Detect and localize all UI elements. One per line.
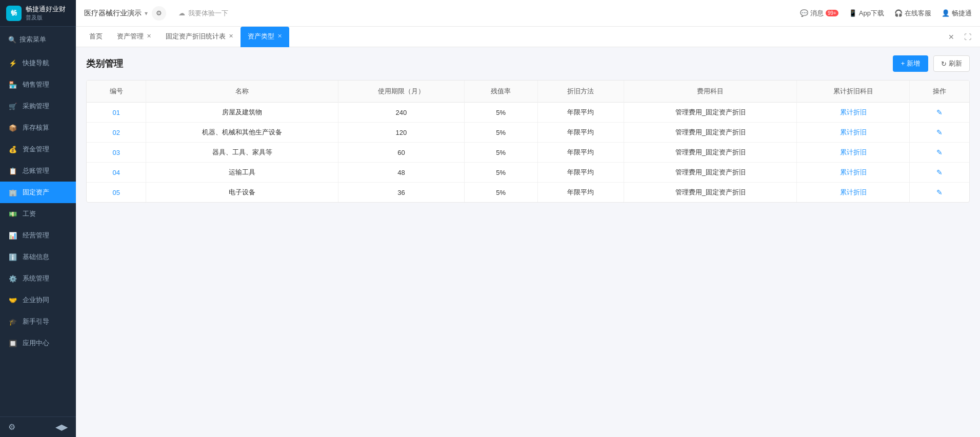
cell-action[interactable]: ✎ xyxy=(910,143,969,163)
refresh-icon: ↻ xyxy=(941,60,947,68)
col-header-action: 操作 xyxy=(910,81,969,103)
topbar-left: 医疗器械行业演示 ▾ ⚙ ☁ 我要体验一下 xyxy=(84,6,800,21)
app-download-button[interactable]: 📱 App下载 xyxy=(849,9,884,18)
col-header-residual: 残值率 xyxy=(464,81,537,103)
tab-asset-type[interactable]: 资产类型 ✕ xyxy=(241,27,289,47)
message-icon: 💬 xyxy=(800,9,808,17)
cell-action[interactable]: ✎ xyxy=(910,183,969,203)
sidebar-item-sales[interactable]: 🏪 销售管理 xyxy=(0,74,76,95)
cell-expense-subject: 管理费用_固定资产折旧 xyxy=(624,143,797,163)
cell-name: 运输工具 xyxy=(146,163,338,183)
table-header-row: 编号 名称 使用期限（月） 残值率 折旧方法 费用科目 累计折旧科目 操作 xyxy=(87,81,969,103)
cell-id: 04 xyxy=(87,163,146,183)
sidebar-item-ledger[interactable]: 📋 总账管理 xyxy=(0,160,76,182)
headset-icon: 🎧 xyxy=(894,9,903,17)
main-area: 医疗器械行业演示 ▾ ⚙ ☁ 我要体验一下 💬 消息 99+ 📱 App下载 xyxy=(76,0,980,437)
topbar-right: 💬 消息 99+ 📱 App下载 🎧 在线客服 👤 畅捷通 xyxy=(800,9,972,18)
sidebar-item-operations[interactable]: 📊 经营管理 xyxy=(0,225,76,246)
col-header-period: 使用期限（月） xyxy=(338,81,465,103)
payroll-icon: 💵 xyxy=(8,209,17,218)
app-logo-text: 畅捷通好业财 普及版 xyxy=(26,5,66,21)
col-header-id: 编号 xyxy=(87,81,146,103)
cell-name: 机器、机械和其他生产设备 xyxy=(146,123,338,143)
sidebar-item-payroll[interactable]: 💵 工资 xyxy=(0,203,76,225)
company-selector[interactable]: 医疗器械行业演示 ▾ xyxy=(84,9,148,18)
tab-close-depreciation-table[interactable]: ✕ xyxy=(229,33,233,39)
sidebar-item-guide[interactable]: 🎓 新手引导 xyxy=(0,311,76,332)
new-button[interactable]: + 新增 xyxy=(893,55,928,72)
edit-icon[interactable]: ✎ xyxy=(936,108,943,116)
sidebar-item-fixed-assets[interactable]: 🏢 固定资产 xyxy=(0,182,76,203)
cell-depreciation-method: 年限平均 xyxy=(537,123,624,143)
sidebar-item-system[interactable]: ⚙️ 系统管理 xyxy=(0,268,76,289)
message-button[interactable]: 💬 消息 99+ xyxy=(800,9,838,18)
cell-residual-rate: 5% xyxy=(464,183,537,203)
table-row: 03 器具、工具、家具等 60 5% 年限平均 管理费用_固定资产折旧 累计折旧… xyxy=(87,143,969,163)
cell-name: 器具、工具、家具等 xyxy=(146,143,338,163)
cell-period: 240 xyxy=(338,103,465,123)
quick-nav-icon: ⚡ xyxy=(8,58,17,68)
try-button[interactable]: ☁ 我要体验一下 xyxy=(178,9,228,18)
maximize-window-button[interactable]: ⛶ xyxy=(962,31,974,43)
table-row: 05 电子设备 36 5% 年限平均 管理费用_固定资产折旧 累计折旧 ✎ xyxy=(87,183,969,203)
page-content: 类别管理 + 新增 ↻ 刷新 编号 名称 使用期限（月） 残值率 折旧方法 xyxy=(76,47,980,437)
inventory-icon: 📦 xyxy=(8,123,17,132)
sidebar-bottom: ⚙ ◀▶ xyxy=(0,416,76,437)
table-row: 02 机器、机械和其他生产设备 120 5% 年限平均 管理费用_固定资产折旧 … xyxy=(87,123,969,143)
sidebar: 畅 畅捷通好业财 普及版 🔍 搜索菜单 ⚡ 快捷导航 🏪 销售管理 🛒 采购管理… xyxy=(0,0,76,437)
col-header-expense: 费用科目 xyxy=(624,81,797,103)
customer-service-button[interactable]: 🎧 在线客服 xyxy=(894,9,931,18)
settings-gear-icon[interactable]: ⚙ xyxy=(8,422,15,432)
edit-icon[interactable]: ✎ xyxy=(936,148,943,156)
cell-residual-rate: 5% xyxy=(464,143,537,163)
sidebar-nav: ⚡ 快捷导航 🏪 销售管理 🛒 采购管理 📦 库存核算 💰 资金管理 📋 总账管… xyxy=(0,52,76,416)
tab-close-asset-mgmt[interactable]: ✕ xyxy=(147,33,151,39)
refresh-button[interactable]: ↻ 刷新 xyxy=(933,55,970,72)
collapse-sidebar-icon[interactable]: ◀▶ xyxy=(55,422,68,432)
tab-depreciation-table[interactable]: 固定资产折旧统计表 ✕ xyxy=(158,27,241,47)
cell-action[interactable]: ✎ xyxy=(910,103,969,123)
sidebar-item-app-center[interactable]: 🔲 应用中心 xyxy=(0,332,76,354)
cell-period: 48 xyxy=(338,163,465,183)
cell-id: 01 xyxy=(87,103,146,123)
cell-name: 房屋及建筑物 xyxy=(146,103,338,123)
company-name: 医疗器械行业演示 xyxy=(84,9,142,18)
tab-asset-mgmt[interactable]: 资产管理 ✕ xyxy=(110,27,158,47)
user-menu-button[interactable]: 👤 畅捷通 xyxy=(942,9,972,18)
edit-icon[interactable]: ✎ xyxy=(936,188,943,196)
sidebar-item-enterprise[interactable]: 🤝 企业协同 xyxy=(0,289,76,311)
sidebar-item-purchase[interactable]: 🛒 采购管理 xyxy=(0,95,76,117)
table-row: 04 运输工具 48 5% 年限平均 管理费用_固定资产折旧 累计折旧 ✎ xyxy=(87,163,969,183)
sidebar-item-capital[interactable]: 💰 资金管理 xyxy=(0,138,76,160)
cell-accumulated-subject: 累计折旧 xyxy=(797,183,910,203)
cell-accumulated-subject: 累计折旧 xyxy=(797,143,910,163)
cell-accumulated-subject: 累计折旧 xyxy=(797,123,910,143)
message-badge: 99+ xyxy=(826,10,838,16)
cell-residual-rate: 5% xyxy=(464,103,537,123)
search-icon: 🔍 xyxy=(8,36,16,44)
close-window-button[interactable]: ✕ xyxy=(945,31,957,43)
edit-icon[interactable]: ✎ xyxy=(936,168,943,176)
edit-icon[interactable]: ✎ xyxy=(936,128,943,136)
cell-action[interactable]: ✎ xyxy=(910,163,969,183)
cell-expense-subject: 管理费用_固定资产折旧 xyxy=(624,163,797,183)
cell-residual-rate: 5% xyxy=(464,163,537,183)
sidebar-item-basic-info[interactable]: ℹ️ 基础信息 xyxy=(0,246,76,268)
search-menu-button[interactable]: 🔍 搜索菜单 xyxy=(4,32,72,47)
app-center-icon: 🔲 xyxy=(8,339,17,348)
guide-icon: 🎓 xyxy=(8,317,17,326)
company-chevron-icon: ▾ xyxy=(145,10,148,17)
sidebar-item-inventory[interactable]: 📦 库存核算 xyxy=(0,117,76,138)
topbar-settings-button[interactable]: ⚙ xyxy=(152,6,166,21)
cell-action[interactable]: ✎ xyxy=(910,123,969,143)
tab-close-asset-type[interactable]: ✕ xyxy=(277,33,282,39)
sidebar-item-quick-nav[interactable]: ⚡ 快捷导航 xyxy=(0,52,76,74)
app-logo-icon: 畅 xyxy=(6,6,22,21)
col-header-name: 名称 xyxy=(146,81,338,103)
cell-depreciation-method: 年限平均 xyxy=(537,183,624,203)
cell-accumulated-subject: 累计折旧 xyxy=(797,163,910,183)
tabs-bar: 首页 资产管理 ✕ 固定资产折旧统计表 ✕ 资产类型 ✕ ✕ ⛶ xyxy=(76,27,980,47)
mobile-icon: 📱 xyxy=(849,9,857,17)
tab-home[interactable]: 首页 xyxy=(82,27,110,47)
purchase-icon: 🛒 xyxy=(8,102,17,111)
